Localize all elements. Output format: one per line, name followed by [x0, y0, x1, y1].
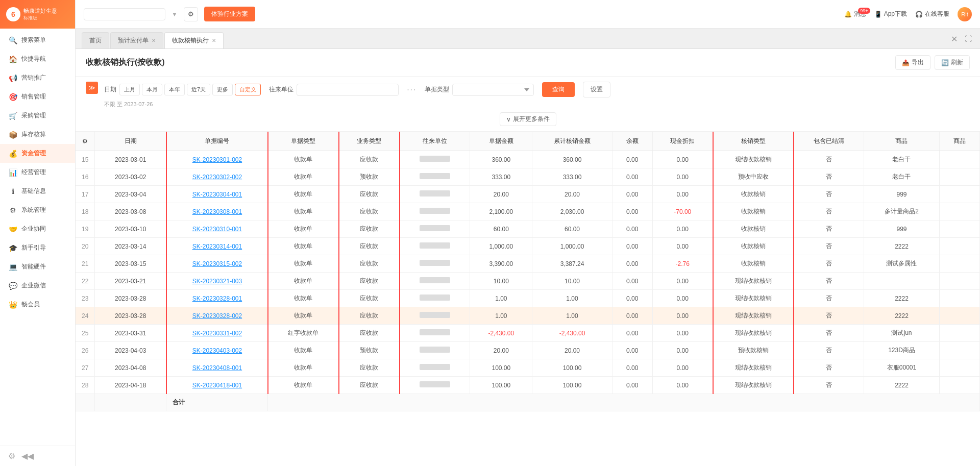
sidebar-item-hardware[interactable]: 💻智能硬件 [0, 257, 75, 276]
more-filters-button[interactable]: ··· [407, 85, 416, 94]
row-bill-type: 收款单 [268, 359, 339, 377]
sidebar-item-inventory[interactable]: 📦库存核算 [0, 125, 75, 144]
export-button[interactable]: 📤 导出 [895, 55, 930, 70]
row-bill-no[interactable]: SK-20230310-001 [166, 220, 268, 238]
table-row[interactable]: 16 2023-03-02 SK-20230302-002 收款单 预收款 33… [76, 168, 980, 186]
row-bill-no[interactable]: SK-20230302-002 [166, 168, 268, 186]
col-biz-type: 业务类型 [339, 132, 400, 151]
table-row[interactable]: 22 2023-03-21 SK-20230321-003 收款单 应收款 10… [76, 273, 980, 290]
settings-icon[interactable]: ⚙ [8, 451, 15, 461]
row-bill-type: 收款单 [268, 203, 339, 220]
row-include-settled: 否 [794, 255, 864, 273]
row-bill-no[interactable]: SK-20230408-001 [166, 359, 268, 377]
row-num: 22 [76, 273, 95, 290]
sidebar-item-wechat[interactable]: 💬企业微信 [0, 276, 75, 295]
row-date: 2023-03-15 [95, 255, 166, 273]
table-row[interactable]: 19 2023-03-10 SK-20230310-001 收款单 应收款 60… [76, 220, 980, 238]
search-input[interactable] [84, 8, 165, 20]
date-btn-last-month[interactable]: 上月 [119, 84, 140, 95]
sidebar-item-quicknav[interactable]: 🏠快捷导航 [0, 50, 75, 68]
industry-solution-button[interactable]: 体验行业方案 [204, 7, 255, 21]
row-bill-no[interactable]: SK-20230301-002 [166, 151, 268, 168]
table-row[interactable]: 21 2023-03-15 SK-20230315-002 收款单 应收款 3,… [76, 255, 980, 273]
sidebar-item-member[interactable]: 👑畅会员 [0, 295, 75, 314]
table-row[interactable]: 23 2023-03-28 SK-20230328-001 收款单 应收款 1.… [76, 290, 980, 307]
user-avatar[interactable]: Rit [958, 7, 972, 21]
row-balance: 0.00 [612, 203, 652, 220]
col-goods2: 商品 [939, 132, 979, 151]
sidebar-logo: 6 畅康道好生意 标推版 [0, 0, 75, 29]
table-row[interactable]: 28 2023-04-18 SK-20230418-001 收款单 应收款 10… [76, 377, 980, 394]
tab-collect[interactable]: 收款核销执行 ✕ [164, 32, 224, 48]
notification-button[interactable]: 🔔 消息 99+ [844, 10, 866, 18]
column-settings-icon[interactable]: ⚙ [82, 138, 88, 145]
sidebar-label-sales: 销售管理 [21, 92, 46, 101]
sidebar-item-enterprise[interactable]: 🤝企业协同 [0, 219, 75, 238]
table-row[interactable]: 27 2023-04-08 SK-20230408-001 收款单 应收款 10… [76, 359, 980, 377]
query-button[interactable]: 查询 [542, 82, 575, 97]
collapse-icon[interactable]: ◀◀ [21, 451, 34, 461]
app-badge: 标推版 [23, 15, 57, 21]
date-btn-7days[interactable]: 近7天 [187, 84, 210, 95]
sidebar-item-marketing[interactable]: 📢营销推广 [0, 68, 75, 87]
row-discount: -2.76 [652, 255, 713, 273]
date-btn-more[interactable]: 更多 [212, 84, 233, 95]
row-include-settled: 否 [794, 307, 864, 325]
row-bill-no[interactable]: SK-20230403-002 [166, 342, 268, 359]
expand-conditions-button[interactable]: ∨ 展开更多条件 [500, 112, 556, 126]
row-bill-no[interactable]: SK-20230321-003 [166, 273, 268, 290]
date-btn-custom[interactable]: 自定义 [235, 84, 261, 95]
tab-home[interactable]: 首页 [82, 32, 109, 48]
sidebar-item-system[interactable]: ⚙系统管理 [0, 201, 75, 219]
table-row[interactable]: 26 2023-04-03 SK-20230403-002 收款单 预收款 20… [76, 342, 980, 359]
row-bill-no[interactable]: SK-20230308-001 [166, 203, 268, 220]
table-row[interactable]: 15 2023-03-01 SK-20230301-002 收款单 应收款 36… [76, 151, 980, 168]
row-bill-no[interactable]: SK-20230304-001 [166, 186, 268, 203]
table-row[interactable]: 24 2023-03-28 SK-20230328-002 收款单 应收款 1.… [76, 307, 980, 325]
filter-toggle-button[interactable]: ≫ [86, 82, 98, 94]
row-bill-no[interactable]: SK-20230315-002 [166, 255, 268, 273]
sidebar-item-basic[interactable]: ℹ基础信息 [0, 182, 75, 201]
row-goods: 老白干 [864, 168, 940, 186]
tab-collect-close[interactable]: ✕ [212, 38, 216, 43]
sidebar-item-guide[interactable]: 🎓新手引导 [0, 238, 75, 257]
sidebar-item-sales[interactable]: 🎯销售管理 [0, 87, 75, 106]
row-biz-type: 应收款 [339, 255, 400, 273]
col-cumulative: 累计核销金额 [532, 132, 612, 151]
settings-button[interactable]: 设置 [583, 82, 610, 97]
close-all-tabs-button[interactable]: ✕ [951, 34, 958, 43]
refresh-button[interactable]: 🔄 刷新 [935, 55, 970, 70]
sidebar-item-purchase[interactable]: 🛒采购管理 [0, 106, 75, 125]
row-bill-type: 收款单 [268, 377, 339, 394]
expand-tabs-button[interactable]: ⛶ [965, 35, 972, 43]
date-btn-this-month[interactable]: 本月 [142, 84, 162, 95]
table-row[interactable]: 17 2023-03-04 SK-20230304-001 收款单 应收款 20… [76, 186, 980, 203]
tab-prepay-close[interactable]: ✕ [152, 38, 156, 43]
sidebar-item-operations[interactable]: 📊经营管理 [0, 163, 75, 182]
col-settings[interactable]: ⚙ [76, 132, 95, 151]
row-bill-no[interactable]: SK-20230314-001 [166, 238, 268, 255]
sidebar-item-finance[interactable]: 💰资金管理 [0, 144, 75, 163]
row-goods: 999 [864, 186, 940, 203]
header-row: ⚙ 日期 单据编号 单据类型 业务类型 往来单位 单据金额 累计核销金额 余额 … [76, 132, 980, 151]
table-row[interactable]: 25 2023-03-31 SK-20230331-002 红字收款单 应收款 … [76, 325, 980, 342]
row-bill-no[interactable]: SK-20230331-002 [166, 325, 268, 342]
unit-input[interactable] [297, 84, 399, 96]
row-num: 27 [76, 359, 95, 377]
row-cumulative: 100.00 [532, 359, 612, 377]
row-cumulative: 1.00 [532, 290, 612, 307]
row-bill-no[interactable]: SK-20230418-001 [166, 377, 268, 394]
online-service-link[interactable]: 🎧 在线客服 [915, 10, 949, 18]
row-goods: 衣服00001 [864, 359, 940, 377]
sidebar-item-search[interactable]: 🔍搜索菜单 [0, 31, 75, 50]
bill-type-select[interactable] [452, 84, 534, 96]
row-goods: 2222 [864, 377, 940, 394]
row-bill-no[interactable]: SK-20230328-001 [166, 290, 268, 307]
row-bill-no[interactable]: SK-20230328-002 [166, 307, 268, 325]
date-btn-this-year[interactable]: 本年 [164, 84, 185, 95]
topbar-settings-button[interactable]: ⚙ [184, 7, 198, 21]
table-row[interactable]: 20 2023-03-14 SK-20230314-001 收款单 应收款 1,… [76, 238, 980, 255]
tab-prepay[interactable]: 预计应付单 ✕ [110, 32, 163, 48]
table-row[interactable]: 18 2023-03-08 SK-20230308-001 收款单 应收款 2,… [76, 203, 980, 220]
app-download-link[interactable]: 📱 App下载 [874, 10, 907, 18]
